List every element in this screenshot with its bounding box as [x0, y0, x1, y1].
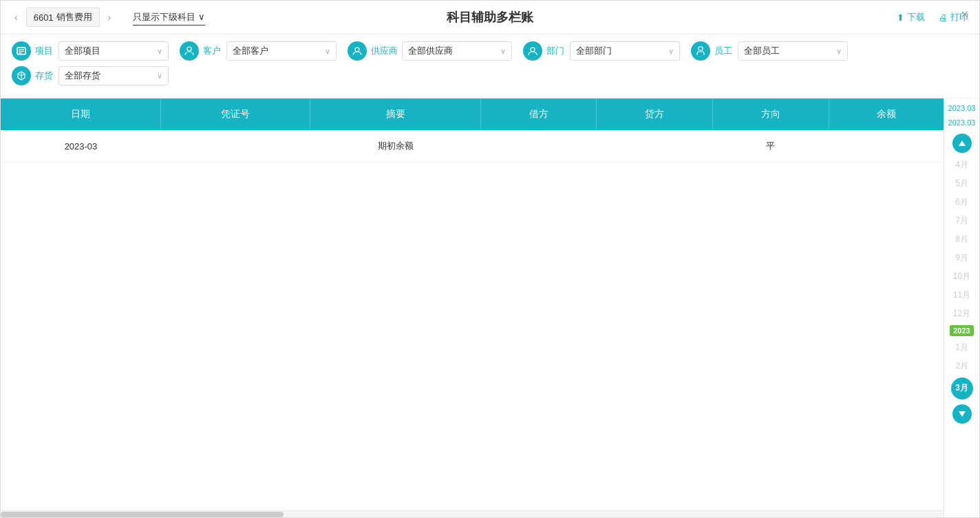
print-icon: 🖨: [939, 12, 948, 23]
col-direction: 方向: [713, 99, 829, 130]
cell-date: 2023-03: [1, 130, 161, 163]
main-content: 日期 凭证号 摘要 借方 贷方 方向 余额 2023-03: [1, 99, 979, 517]
customer-value: 全部客户: [233, 45, 268, 57]
timeline-month-8[interactable]: 8月: [944, 230, 979, 249]
cell-balance: [829, 130, 944, 163]
col-voucher: 凭证号: [161, 99, 310, 130]
timeline-month-6[interactable]: 6月: [944, 193, 979, 211]
timeline-month-12[interactable]: 12月: [944, 304, 979, 323]
download-icon: ⬆: [897, 12, 904, 23]
department-label: 部门: [546, 45, 566, 57]
timeline-month-7[interactable]: 7月: [944, 211, 979, 230]
account-code-text: 6601: [34, 12, 54, 23]
timeline-month-11[interactable]: 11月: [944, 286, 979, 304]
timeline-sidebar: 2023.03 2023.03 4月 5月 6月 7月 8月 9月 10月 11…: [944, 99, 979, 517]
main-window: ‹ 6601 销售费用 › 只显示下级科目 ∨ 科目辅助多栏账 ⬆ 下载 🖨 打…: [0, 0, 980, 518]
timeline-month-2[interactable]: 2月: [944, 357, 979, 375]
col-summary: 摘要: [310, 99, 481, 130]
col-balance: 余额: [829, 99, 944, 130]
department-select[interactable]: 全部部门 ∨: [570, 41, 680, 61]
timeline-month-10[interactable]: 10月: [944, 267, 979, 286]
svg-marker-8: [959, 411, 966, 417]
cell-debit: [480, 130, 597, 163]
period-end: 2023.03: [947, 116, 977, 130]
horizontal-scrollbar[interactable]: [1, 510, 944, 517]
col-date: 日期: [1, 99, 161, 130]
table-wrapper[interactable]: 日期 凭证号 摘要 借方 贷方 方向 余额 2023-03: [1, 99, 944, 510]
timeline-month-3-active[interactable]: 3月: [951, 377, 973, 400]
scrollbar-thumb[interactable]: [1, 512, 284, 517]
project-icon: [12, 41, 31, 61]
supplier-value: 全部供应商: [408, 45, 453, 57]
project-filter-group: 项目 全部项目 ∨: [12, 41, 169, 61]
show-sub-filter[interactable]: 只显示下级科目 ∨: [133, 10, 205, 25]
project-chevron-icon: ∨: [157, 47, 162, 56]
col-credit: 贷方: [597, 99, 713, 130]
svg-point-4: [355, 48, 359, 52]
cell-direction: 平: [713, 130, 829, 163]
department-chevron-icon: ∨: [668, 47, 674, 56]
supplier-icon: [348, 41, 367, 61]
supplier-select[interactable]: 全部供应商 ∨: [402, 41, 512, 61]
inventory-value: 全部存货: [65, 70, 100, 82]
department-value: 全部部门: [576, 45, 612, 57]
inventory-filter-group: 存货 全部存货 ∨: [12, 66, 169, 85]
customer-select[interactable]: 全部客户 ∨: [226, 41, 337, 61]
next-account-btn[interactable]: ›: [105, 10, 114, 24]
timeline-down-button[interactable]: [952, 404, 972, 424]
title-bar: ‹ 6601 销售费用 › 只显示下级科目 ∨ 科目辅助多栏账 ⬆ 下载 🖨 打…: [1, 1, 979, 34]
project-label: 项目: [35, 45, 54, 57]
svg-rect-6: [699, 47, 703, 50]
table-area: 日期 凭证号 摘要 借方 贷方 方向 余额 2023-03: [1, 99, 944, 517]
download-label: 下载: [907, 11, 925, 23]
project-select[interactable]: 全部项目 ∨: [58, 41, 169, 61]
department-filter-group: 部门 全部部门 ∨: [523, 41, 680, 61]
table-row[interactable]: 2023-03 期初余额 平: [1, 130, 944, 163]
ledger-table: 日期 凭证号 摘要 借方 贷方 方向 余额 2023-03: [1, 99, 944, 163]
customer-icon: [180, 41, 199, 61]
employee-filter-group: 员工 全部员工 ∨: [691, 41, 848, 61]
employee-chevron-icon: ∨: [836, 47, 842, 56]
department-icon: [523, 41, 542, 61]
cell-voucher: [161, 130, 310, 163]
employee-icon: [691, 41, 710, 61]
project-value: 全部项目: [65, 45, 100, 57]
svg-point-5: [531, 48, 535, 52]
cell-summary: 期初余额: [310, 130, 481, 163]
account-name-text: 销售费用: [56, 11, 92, 23]
inventory-icon: [12, 66, 31, 85]
close-button[interactable]: ×: [961, 8, 968, 22]
cell-credit: [597, 130, 713, 163]
prev-account-btn[interactable]: ‹: [12, 10, 21, 24]
inventory-select[interactable]: 全部存货 ∨: [58, 66, 169, 85]
title-left: ‹ 6601 销售费用 › 只显示下级科目 ∨: [12, 8, 205, 27]
timeline-month-5[interactable]: 5月: [944, 174, 979, 193]
show-sub-label: 只显示下级科目: [133, 11, 195, 23]
title-right: ⬆ 下载 🖨 打印 ×: [897, 11, 968, 23]
year-badge-2023: 2023: [950, 325, 973, 336]
employee-label: 员工: [714, 45, 734, 57]
timeline-month-1[interactable]: 1月: [944, 338, 979, 357]
customer-filter-group: 客户 全部客户 ∨: [180, 41, 337, 61]
customer-chevron-icon: ∨: [325, 47, 330, 56]
filter-bar: 项目 全部项目 ∨ 客户 全部客户 ∨: [1, 34, 979, 99]
account-code: 6601 销售费用: [26, 8, 100, 27]
supplier-filter-group: 供应商 全部供应商 ∨: [348, 41, 512, 61]
col-debit: 借方: [480, 99, 597, 130]
employee-select[interactable]: 全部员工 ∨: [738, 41, 848, 61]
svg-marker-7: [959, 141, 966, 146]
timeline-month-9[interactable]: 9月: [944, 249, 979, 267]
inventory-label: 存货: [35, 70, 54, 82]
supplier-chevron-icon: ∨: [500, 47, 506, 56]
page-title: 科目辅助多栏账: [447, 9, 533, 25]
customer-label: 客户: [203, 45, 222, 57]
supplier-label: 供应商: [371, 45, 398, 57]
timeline-up-button[interactable]: [952, 134, 972, 153]
download-button[interactable]: ⬆ 下载: [897, 11, 925, 23]
period-start: 2023.03: [947, 101, 977, 116]
inventory-chevron-icon: ∨: [157, 72, 162, 81]
employee-value: 全部员工: [744, 45, 780, 57]
chevron-down-icon: ∨: [198, 12, 205, 22]
timeline-month-4[interactable]: 4月: [944, 156, 979, 174]
